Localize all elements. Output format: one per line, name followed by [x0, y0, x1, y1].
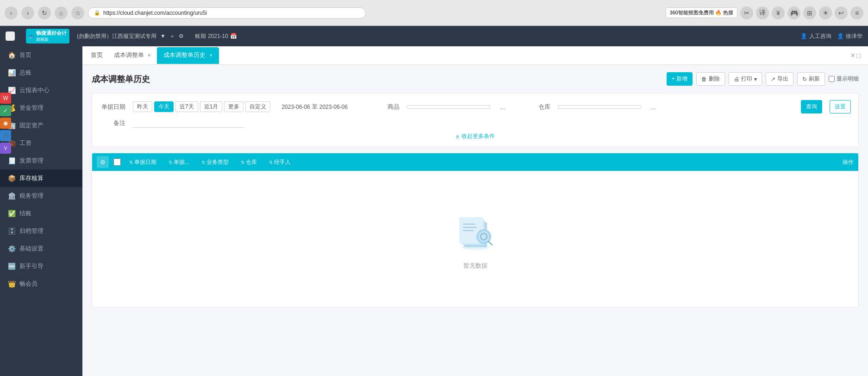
forward-button[interactable]: › [21, 6, 34, 19]
warehouse-select[interactable] [558, 105, 641, 109]
date-btn-7days[interactable]: 近7天 [175, 101, 198, 112]
warehouse-dots[interactable]: ... [649, 103, 658, 111]
tab-cost-adjust-history[interactable]: 成本调整单历史 × [157, 47, 219, 64]
table-container: ⚙ ⇅ 单据日期 ⇅ 单据... ⇅ 业务类型 [92, 153, 859, 307]
back-button[interactable]: ‹ [5, 6, 18, 19]
inventory-icon: 📦 [7, 174, 16, 182]
menu-btn[interactable]: ≡ [850, 6, 863, 19]
sidebar-item-reports[interactable]: 📈 云报表中心 [0, 81, 82, 99]
sidebar-item-guide[interactable]: 🆕 新手引导 [0, 257, 82, 275]
ledger-icon: 📊 [7, 69, 16, 77]
tab-cost-adjust[interactable]: 成本调整单 × [107, 47, 157, 64]
refresh-button[interactable]: ↻ [38, 6, 51, 19]
table-select-all-checkbox[interactable] [113, 158, 121, 166]
sidebar: 🏠 首页 📊 总账 📈 云报表中心 💰 资金管理 🏢 固定资产 💼 工资 [0, 46, 82, 376]
date-btn-today[interactable]: 今天 [154, 101, 174, 112]
invoice-icon: 🧾 [7, 157, 16, 165]
tab-cost-adjust-close[interactable]: × [148, 52, 150, 58]
float-icon-blue[interactable]: 🎵 [0, 130, 11, 141]
user-avatar-icon: 👤 [837, 33, 844, 39]
side-icon-1[interactable] [6, 31, 15, 41]
sidebar-item-funds[interactable]: 💰 资金管理 [0, 99, 82, 117]
period-label: 账期 [195, 32, 206, 40]
product-select[interactable] [407, 105, 490, 109]
table-col-biztype[interactable]: ⇅ 业务类型 [198, 158, 232, 166]
table-col-date[interactable]: ⇅ 单据日期 [125, 158, 160, 166]
sidebar-item-assets[interactable]: 🏢 固定资产 [0, 117, 82, 134]
app-shell: 🐟 畅捷通好会计 旗舰版 (勿删勿禁用）江西服宝测试专用 ▼ ＋ ⚙ 账期 20… [0, 26, 868, 376]
print-icon: 🖨 [734, 76, 739, 82]
guide-icon: 🆕 [7, 262, 16, 270]
remark-input[interactable] [133, 118, 244, 128]
display-toggle: 显示明细 [829, 75, 859, 83]
table-settings-button[interactable]: ⚙ [97, 156, 109, 168]
translate-btn[interactable]: 译 [756, 6, 769, 19]
lock-icon: 🔒 [94, 10, 100, 16]
sidebar-label-home: 首页 [19, 51, 31, 59]
product-filter-label: 商品 [374, 103, 400, 111]
bookmark-button[interactable]: ☆ [71, 6, 84, 19]
sidebar-item-payroll[interactable]: 💼 工资 [0, 134, 82, 152]
float-icon-orange[interactable]: ◉ [0, 118, 11, 129]
extension-btn[interactable]: ✂ [740, 6, 753, 19]
brightness-btn[interactable]: ☀ [819, 6, 832, 19]
home-button[interactable]: ⌂ [55, 6, 68, 19]
undo-btn[interactable]: ↩ [835, 6, 848, 19]
query-button[interactable]: 查询 [801, 100, 822, 113]
sidebar-item-member[interactable]: 👑 畅会员 [0, 275, 82, 293]
restore-btn[interactable]: □ [857, 52, 861, 59]
table-col-warehouse[interactable]: ⇅ 仓库 [237, 158, 261, 166]
sidebar-item-settings[interactable]: ⚙️ 基础设置 [0, 240, 82, 257]
home-icon: 🏠 [7, 51, 16, 59]
period-value: 2021-10 [208, 33, 228, 39]
delete-button[interactable]: 🗑 删除 [696, 72, 725, 86]
date-btn-more[interactable]: 更多 [224, 101, 244, 112]
dropdown-icon[interactable]: ▼ [160, 33, 166, 39]
sidebar-item-inventory[interactable]: 📦 库存核算 [0, 169, 82, 187]
settings-icon[interactable]: ⚙ [179, 33, 184, 39]
url-bar[interactable]: 🔒 https://cloud.chanjet.com/accounting/u… [88, 7, 366, 19]
table-col-operator[interactable]: ⇅ 经手人 [265, 158, 294, 166]
tab-home[interactable]: 首页 [86, 47, 107, 64]
sidebar-item-closing[interactable]: ✅ 结账 [0, 205, 82, 222]
float-icon-purple[interactable]: V [0, 143, 11, 154]
product-dots[interactable]: ... [498, 103, 507, 111]
display-detail-checkbox[interactable] [829, 76, 835, 82]
collapse-button[interactable]: ∧ 收起更多条件 [456, 132, 495, 140]
sidebar-item-invoice[interactable]: 🧾 发票管理 [0, 152, 82, 169]
float-icon-red[interactable]: W [0, 93, 11, 104]
tab-bar: 首页 成本调整单 × 成本调整单历史 × × □ [82, 46, 868, 65]
calendar-icon[interactable]: 📅 [230, 33, 237, 39]
add-icon[interactable]: ＋ [169, 32, 175, 40]
close-tab-area-btn[interactable]: × [851, 51, 855, 60]
sidebar-item-ledger[interactable]: 📊 总账 [0, 64, 82, 81]
search-tool-btn[interactable]: 360智能抠图免费用 🔥 热搜 [666, 7, 737, 18]
new-button[interactable]: + 新增 [667, 72, 693, 86]
table-col-number[interactable]: ⇅ 单据... [165, 158, 193, 166]
float-icon-green[interactable]: ✓ [0, 105, 11, 116]
sidebar-item-home[interactable]: 🏠 首页 [0, 46, 82, 64]
refresh-button-action[interactable]: ↻ 刷新 [797, 72, 825, 86]
date-btn-1month[interactable]: 近1月 [200, 101, 223, 112]
sidebar-item-archive[interactable]: 🗄️ 归档管理 [0, 222, 82, 240]
sidebar-item-tax[interactable]: 🏛️ 税务管理 [0, 187, 82, 205]
apps-btn[interactable]: ⊞ [803, 6, 816, 19]
user-button[interactable]: 👤 徐泽华 [837, 32, 862, 40]
print-button[interactable]: 🖨 打印 ▾ [729, 72, 762, 86]
member-icon: 👑 [7, 280, 16, 288]
date-btn-custom[interactable]: 自定义 [245, 101, 270, 112]
wallet-btn[interactable]: ¥ [772, 6, 785, 19]
game-btn[interactable]: 🎮 [787, 6, 800, 19]
date-to: 2023-06-06 [319, 104, 348, 110]
export-button[interactable]: ↗ 导出 [766, 72, 793, 86]
sidebar-label-archive: 归档管理 [19, 227, 44, 235]
headset-icon: 👤 [800, 33, 807, 39]
refresh-icon: ↻ [802, 76, 807, 82]
sort-icon-wh: ⇅ [241, 160, 244, 165]
service-button[interactable]: 👤 人工咨询 [800, 32, 831, 40]
sidebar-label-payroll: 工资 [19, 139, 31, 147]
date-btn-yesterday[interactable]: 昨天 [133, 101, 152, 112]
logo-icon: 🐟 [29, 34, 34, 39]
tab-cost-adjust-history-close[interactable]: × [209, 52, 212, 58]
filter-settings-button[interactable]: 设置 [830, 100, 851, 113]
